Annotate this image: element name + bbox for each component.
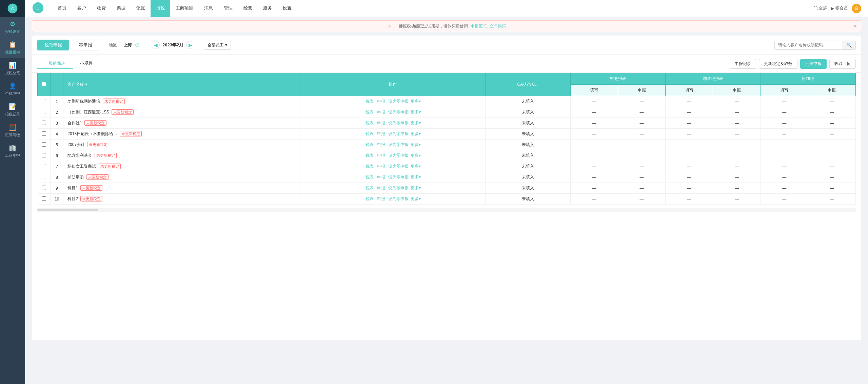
type-tab-general[interactable]: 一般的税人 bbox=[37, 58, 73, 69]
banner-close-button[interactable]: × bbox=[854, 23, 857, 29]
op-taxform-7[interactable]: 税表 bbox=[366, 164, 374, 169]
op-more-10[interactable]: 更多▾ bbox=[411, 196, 421, 201]
op-declare-1[interactable]: 申报 bbox=[377, 99, 385, 104]
op-zero-4[interactable]: 设为零申报 bbox=[388, 131, 409, 136]
op-zero-7[interactable]: 设为零申报 bbox=[388, 164, 409, 169]
nav-tax[interactable]: 报税 bbox=[151, 0, 170, 17]
nav-invoice[interactable]: 票据 bbox=[111, 0, 131, 17]
op-taxform-5[interactable]: 税表 bbox=[366, 142, 374, 147]
row-checkbox-1[interactable] bbox=[42, 99, 46, 103]
op-taxform-6[interactable]: 税表 bbox=[366, 153, 374, 158]
type-tab-small[interactable]: 小规模 bbox=[73, 58, 100, 69]
op-more-7[interactable]: 更多▾ bbox=[411, 164, 421, 169]
nav-home[interactable]: 首页 bbox=[52, 0, 72, 17]
op-declare-3[interactable]: 申报 bbox=[377, 121, 385, 125]
op-declare-6[interactable]: 申报 bbox=[377, 153, 385, 158]
th-zengzhi-report: 申报 bbox=[713, 85, 761, 96]
op-zero-10[interactable]: 设为零申报 bbox=[388, 196, 409, 201]
op-more-6[interactable]: 更多▾ bbox=[411, 153, 421, 158]
th-caiwu-fill: 填写 bbox=[570, 85, 618, 96]
select-all-checkbox[interactable] bbox=[42, 82, 46, 86]
dept-selector[interactable]: 全部员工 ▾ bbox=[204, 41, 231, 50]
nav-operation[interactable]: 经营 bbox=[238, 0, 258, 17]
nav-message[interactable]: 消息 bbox=[199, 0, 218, 17]
op-declare-10[interactable]: 申报 bbox=[377, 196, 385, 201]
nav-manage[interactable]: 管理 bbox=[218, 0, 238, 17]
action-batch-button[interactable]: 批量申报 bbox=[800, 59, 827, 69]
op-more-9[interactable]: 更多▾ bbox=[411, 186, 421, 190]
date-next-button[interactable]: ▶ bbox=[186, 41, 194, 49]
row-checkbox-7[interactable] bbox=[42, 164, 46, 168]
row-checkbox-5[interactable] bbox=[42, 142, 46, 147]
op-taxform-3[interactable]: 税表 bbox=[366, 121, 374, 125]
op-taxform-4[interactable]: 税表 bbox=[366, 131, 374, 136]
op-more-1[interactable]: 更多▾ bbox=[411, 99, 421, 104]
action-record-button[interactable]: 申报记录 bbox=[730, 59, 756, 69]
op-taxform-9[interactable]: 税表 bbox=[366, 186, 374, 190]
horizontal-scrollbar[interactable] bbox=[37, 208, 856, 212]
row-checkbox-4[interactable] bbox=[42, 131, 46, 136]
avatar: 会 bbox=[852, 4, 861, 13]
op-declare-5[interactable]: 申报 bbox=[377, 142, 385, 147]
sidebar-item-piliangbaoshui[interactable]: 📋 批量报税 bbox=[0, 38, 25, 58]
op-taxform-1[interactable]: 税表 bbox=[366, 99, 374, 104]
op-declare-7[interactable]: 申报 bbox=[377, 164, 385, 169]
sidebar-item-baoshuishezhi[interactable]: ⚙ 报税设置 bbox=[0, 17, 25, 38]
op-zero-3[interactable]: 设为零申报 bbox=[388, 121, 409, 125]
op-more-4[interactable]: 更多▾ bbox=[411, 131, 421, 136]
row-checkbox-10[interactable] bbox=[42, 196, 46, 201]
op-taxform-8[interactable]: 税表 bbox=[366, 175, 374, 179]
op-more-8[interactable]: 更多▾ bbox=[411, 175, 421, 179]
row-fujia-fill-10: — bbox=[761, 194, 808, 205]
sidebar-item-geshenbao[interactable]: 👤 个税申报 bbox=[0, 79, 25, 100]
tab-zero-declare[interactable]: 零申报 bbox=[72, 40, 99, 50]
op-zero-6[interactable]: 设为零申报 bbox=[388, 153, 409, 158]
row-checkbox-6[interactable] bbox=[42, 153, 46, 157]
op-more-2[interactable]: 更多▾ bbox=[411, 110, 421, 114]
row-checkbox-2[interactable] bbox=[42, 110, 46, 114]
nav-customer[interactable]: 客户 bbox=[72, 0, 92, 17]
table-header-group: 客户名称 ▾ 操作 CA状态 C... 财务报表 增值税报表 附加税 bbox=[38, 73, 856, 85]
nav-bizproject[interactable]: 工商项目 bbox=[170, 0, 199, 17]
sidebar-item-gongshangnianbo[interactable]: 🏢 工商年报 bbox=[0, 141, 25, 162]
nav-service[interactable]: 服务 bbox=[258, 0, 277, 17]
search-input[interactable] bbox=[775, 41, 843, 49]
nav-settings[interactable]: 设置 bbox=[277, 0, 297, 17]
row-caiwu-report-6: — bbox=[618, 150, 666, 161]
action-update-button[interactable]: 更新税定及取数 bbox=[759, 59, 797, 69]
sidebar-item-label: 个税申报 bbox=[5, 91, 20, 96]
row-fujia-fill-7: — bbox=[761, 161, 808, 172]
op-declare-4[interactable]: 申报 bbox=[377, 131, 385, 136]
op-declare-8[interactable]: 申报 bbox=[377, 175, 385, 179]
nav-bookkeeping[interactable]: 记账 bbox=[131, 0, 151, 17]
sidebar-item-baoshuijilu[interactable]: 📝 报税记录 bbox=[0, 100, 25, 120]
sidebar-item-baoshuizonglan[interactable]: 📊 报税总览 bbox=[0, 58, 25, 79]
row-checkbox-9[interactable] bbox=[42, 186, 46, 190]
op-zero-5[interactable]: 设为零申报 bbox=[388, 142, 409, 147]
date-prev-button[interactable]: ◀ bbox=[152, 41, 160, 49]
op-declare-9[interactable]: 申报 bbox=[377, 186, 385, 190]
op-zero-8[interactable]: 设为零申报 bbox=[388, 175, 409, 179]
location-info-icon[interactable]: ⓘ bbox=[135, 42, 139, 48]
row-checkbox-8[interactable] bbox=[42, 175, 46, 179]
banner-link-buy[interactable]: 立即购买 bbox=[490, 23, 506, 29]
table-row: 1 勿删新税网络通信 未更新税定 税表 申报 设为零申报 更多▾ 未填入 — —… bbox=[38, 96, 856, 107]
action-fetch-button[interactable]: 收取回执 bbox=[829, 59, 856, 69]
row-checkbox-3[interactable] bbox=[42, 121, 46, 125]
op-taxform-2[interactable]: 税表 bbox=[366, 110, 374, 114]
fullscreen-button[interactable]: ⛶ 全屏 bbox=[813, 5, 827, 11]
row-checkbox-cell bbox=[38, 183, 51, 194]
op-zero-1[interactable]: 设为零申报 bbox=[388, 99, 409, 104]
op-declare-2[interactable]: 申报 bbox=[377, 110, 385, 114]
sidebar-item-jisuanqingchu[interactable]: 🧮 汇算清缴 bbox=[0, 120, 25, 141]
member-button[interactable]: ▶ 畅会员 bbox=[831, 5, 848, 11]
op-zero-9[interactable]: 设为零申报 bbox=[388, 186, 409, 190]
op-more-5[interactable]: 更多▾ bbox=[411, 142, 421, 147]
search-button[interactable]: 🔍 bbox=[843, 41, 855, 49]
banner-link-summary[interactable]: 申报汇总 bbox=[471, 23, 487, 29]
op-more-3[interactable]: 更多▾ bbox=[411, 121, 421, 125]
op-taxform-10[interactable]: 税表 bbox=[366, 196, 374, 201]
op-zero-2[interactable]: 设为零申报 bbox=[388, 110, 409, 114]
tab-tax-declare[interactable]: 税款申报 bbox=[37, 40, 69, 50]
nav-fee[interactable]: 收费 bbox=[92, 0, 111, 17]
